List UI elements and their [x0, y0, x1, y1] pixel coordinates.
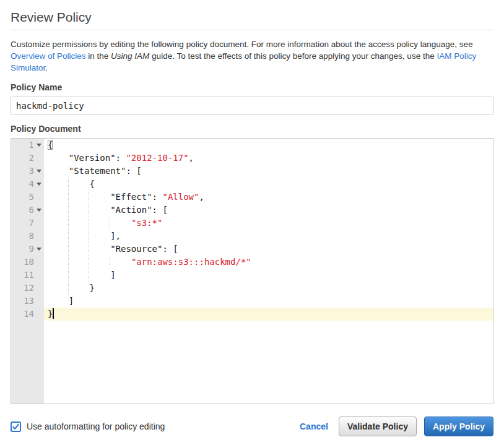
code-token: { [89, 179, 94, 189]
code-line[interactable]: ], [44, 230, 493, 243]
code-token: "Effect": [110, 192, 162, 202]
code-line[interactable]: "Resource": [ [44, 243, 493, 256]
autoformat-label: Use autoformatting for policy editing [27, 421, 165, 431]
validate-policy-button[interactable]: Validate Policy [339, 417, 417, 436]
editor-row: 3 "Statement": [ [11, 165, 493, 178]
apply-policy-button[interactable]: Apply Policy [424, 417, 493, 436]
indent-guide [48, 243, 69, 256]
code-line[interactable]: "Effect": "Allow", [44, 191, 493, 204]
editor-row: 9 "Resource": [ [11, 243, 493, 256]
code-token: "Statement": [ [69, 166, 142, 176]
code-line[interactable]: "Action": [ [44, 204, 493, 217]
editor-row: 12 } [11, 282, 493, 295]
code-string-token: "arn:aws:s3:::hackmd/*" [131, 257, 251, 267]
indent-guide [48, 165, 69, 178]
code-token: ], [110, 231, 121, 241]
code-line[interactable]: } [44, 308, 493, 321]
code-string-token: "2012-10-17" [126, 153, 188, 163]
line-number: 1 [11, 139, 44, 152]
code-line[interactable]: "arn:aws:s3:::hackmd/*" [44, 256, 493, 269]
indent-guide [68, 178, 90, 191]
code-string-token: "s3:*" [131, 218, 163, 228]
policy-name-input[interactable] [11, 97, 493, 115]
code-line[interactable]: "Statement": [ [44, 165, 493, 178]
code-token: { [48, 140, 53, 150]
editor-lines: 1{2 "Version": "2012-10-17",3 "Statement… [11, 139, 493, 321]
indent-guide [48, 295, 69, 308]
fold-arrow-icon[interactable] [37, 248, 41, 251]
indent-guide [89, 204, 110, 217]
editor-row: 14} [11, 308, 493, 321]
line-number: 8 [11, 230, 44, 243]
code-token: ] [110, 270, 115, 280]
intro-text: in the [86, 51, 111, 61]
indent-guide [68, 204, 90, 217]
indent-guide [68, 243, 90, 256]
autoformat-checkbox[interactable] [11, 421, 21, 432]
indent-guide [89, 243, 110, 256]
text-cursor [53, 308, 54, 319]
code-token: "Resource": [ [110, 244, 178, 254]
cancel-link[interactable]: Cancel [300, 421, 328, 431]
editor-row: 10 "arn:aws:s3:::hackmd/*" [11, 256, 493, 269]
fold-arrow-icon[interactable] [37, 183, 41, 186]
line-number: 10 [11, 256, 44, 269]
intro-text: guide. To test the effects of this polic… [149, 51, 437, 61]
indent-guide [89, 191, 110, 204]
code-line[interactable]: "s3:*" [44, 217, 493, 230]
code-token: "Version": [69, 153, 126, 163]
checkbox-check-icon [12, 423, 19, 430]
indent-guide [48, 256, 69, 269]
policy-document-editor[interactable]: 1{2 "Version": "2012-10-17",3 "Statement… [11, 138, 493, 404]
fold-arrow-icon[interactable] [37, 209, 41, 212]
page-title: Review Policy [11, 10, 493, 25]
indent-guide [48, 191, 69, 204]
review-policy-page: Review Policy Customize permissions by e… [0, 0, 504, 436]
footer-bar: Use autoformatting for policy editing Ca… [11, 417, 493, 436]
code-line[interactable]: "Version": "2012-10-17", [44, 152, 493, 165]
indent-guide [68, 217, 90, 230]
indent-guide [48, 178, 69, 191]
indent-guide [48, 282, 69, 295]
intro-paragraph: Customize permissions by editing the fol… [11, 38, 493, 74]
policy-name-label: Policy Name [11, 82, 493, 92]
using-iam-guide-name: Using IAM [111, 51, 149, 61]
title-divider [11, 30, 493, 30]
editor-row: 6 "Action": [ [11, 204, 493, 217]
code-line[interactable]: ] [44, 295, 493, 308]
indent-guide [48, 152, 69, 165]
indent-guide [68, 282, 90, 295]
overview-of-policies-link[interactable]: Overview of Policies [11, 51, 86, 61]
indent-guide [68, 269, 90, 282]
indent-guide [89, 230, 110, 243]
line-number: 14 [11, 308, 44, 321]
line-number: 6 [11, 204, 44, 217]
code-token: ] [69, 296, 74, 306]
editor-row: 5 "Effect": "Allow", [11, 191, 493, 204]
code-token: "Action": [ [110, 205, 168, 215]
fold-arrow-icon[interactable] [37, 170, 41, 173]
autoformat-option: Use autoformatting for policy editing [11, 421, 165, 432]
line-number: 4 [11, 178, 44, 191]
code-line[interactable]: { [44, 178, 493, 191]
indent-guide [110, 217, 131, 230]
line-number: 5 [11, 191, 44, 204]
code-token: , [199, 192, 204, 202]
editor-row: 13 ] [11, 295, 493, 308]
line-number: 13 [11, 295, 44, 308]
indent-guide [48, 217, 69, 230]
line-number: 9 [11, 243, 44, 256]
line-number: 12 [11, 282, 44, 295]
line-number: 7 [11, 217, 44, 230]
code-token: } [89, 283, 94, 293]
code-line[interactable]: ] [44, 269, 493, 282]
policy-document-label: Policy Document [11, 124, 493, 134]
fold-arrow-icon[interactable] [37, 144, 41, 147]
line-number: 3 [11, 165, 44, 178]
indent-guide [110, 256, 131, 269]
indent-guide [68, 230, 90, 243]
indent-guide [48, 204, 69, 217]
code-line[interactable]: { [44, 139, 493, 152]
indent-guide [89, 217, 110, 230]
code-line[interactable]: } [44, 282, 493, 295]
